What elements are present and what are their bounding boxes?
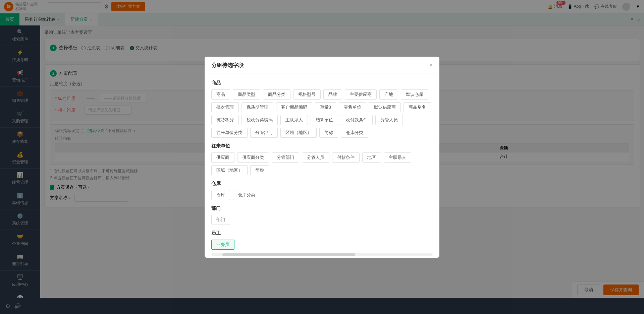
modal-body: 商品商品商品类型商品分类规格型号品牌主要供应商产地默认仓库批次管理保质期管理客户…: [205, 73, 439, 254]
field-tag[interactable]: 供应商分类: [237, 152, 269, 163]
field-tag[interactable]: 主要供应商: [345, 89, 377, 100]
field-tag[interactable]: 分管人员: [302, 152, 329, 163]
field-tag[interactable]: 简称: [250, 165, 269, 175]
field-tag[interactable]: 分管人员: [375, 115, 403, 125]
field-tag[interactable]: 收付款条件: [341, 115, 373, 125]
field-tag[interactable]: 商品类型: [233, 89, 260, 100]
section-title-仓库: 仓库: [211, 181, 433, 187]
field-tag[interactable]: 商品分类: [263, 89, 290, 100]
field-tag[interactable]: 主联系人: [384, 152, 411, 163]
section-title-员工: 员工: [211, 230, 433, 236]
modal-close-button[interactable]: ×: [429, 62, 433, 69]
modal-overlay: 分组待选字段 × 商品商品商品类型商品分类规格型号品牌主要供应商产地默认仓库批次…: [0, 0, 644, 314]
field-tag[interactable]: 付款条件: [332, 152, 360, 163]
modal-hscroll[interactable]: [211, 253, 433, 255]
field-tag[interactable]: 重量3: [315, 102, 336, 112]
field-tag[interactable]: 结算单位: [311, 115, 338, 125]
field-tags-往来单位: 供应商供应商分类分管部门分管人员付款条件地区主联系人区域（地区）简称: [211, 152, 433, 175]
field-tag[interactable]: 客户商品编码: [276, 102, 312, 112]
field-tag[interactable]: 拣货积分: [211, 115, 239, 125]
field-tag[interactable]: 保质期管理: [241, 102, 273, 112]
field-tag[interactable]: 区域（地区）: [211, 165, 248, 175]
field-tag[interactable]: 批次管理: [211, 102, 239, 112]
field-tag[interactable]: 仓库分类: [341, 128, 368, 138]
field-tag[interactable]: 品牌: [323, 89, 342, 100]
field-tags-员工: 业务员: [211, 240, 433, 250]
field-tag[interactable]: 规格型号: [293, 89, 321, 100]
field-tag[interactable]: 主联系人: [280, 115, 308, 125]
field-tag[interactable]: 简称: [319, 128, 338, 138]
modal-hscroll-thumb: [222, 253, 355, 256]
section-title-商品: 商品: [211, 80, 433, 86]
field-tag[interactable]: 分管部门: [272, 152, 299, 163]
field-tag[interactable]: 默认供应商: [369, 102, 401, 112]
field-tag[interactable]: 产地: [379, 89, 398, 100]
field-tag[interactable]: 区域（地区）: [280, 128, 317, 138]
field-tag[interactable]: 零售单位: [339, 102, 366, 112]
field-tags-商品: 商品商品类型商品分类规格型号品牌主要供应商产地默认仓库批次管理保质期管理客户商品…: [211, 89, 433, 138]
field-tags-部门: 部门: [211, 215, 433, 225]
field-tag[interactable]: 商品别名: [404, 102, 431, 112]
field-tag[interactable]: 仓库分类: [233, 190, 260, 200]
modal-title: 分组待选字段: [211, 62, 244, 69]
field-tag[interactable]: 仓库: [211, 190, 230, 200]
field-tag[interactable]: 默认仓库: [401, 89, 428, 100]
field-tag[interactable]: 供应商: [211, 152, 234, 163]
field-tag[interactable]: 税收分类编码: [241, 115, 278, 125]
section-title-部门: 部门: [211, 205, 433, 211]
field-tags-仓库: 仓库仓库分类: [211, 190, 433, 200]
field-tag[interactable]: 分管部门: [250, 128, 278, 138]
field-tag[interactable]: 业务员: [211, 240, 234, 250]
modal-header: 分组待选字段 ×: [205, 57, 439, 73]
field-tag[interactable]: 部门: [211, 215, 230, 225]
field-tag[interactable]: 地区: [362, 152, 381, 163]
field-selection-modal: 分组待选字段 × 商品商品商品类型商品分类规格型号品牌主要供应商产地默认仓库批次…: [205, 57, 439, 258]
field-tag[interactable]: 商品: [211, 89, 230, 100]
field-tag[interactable]: 往来单位分类: [211, 128, 248, 138]
section-title-往来单位: 往来单位: [211, 143, 433, 149]
